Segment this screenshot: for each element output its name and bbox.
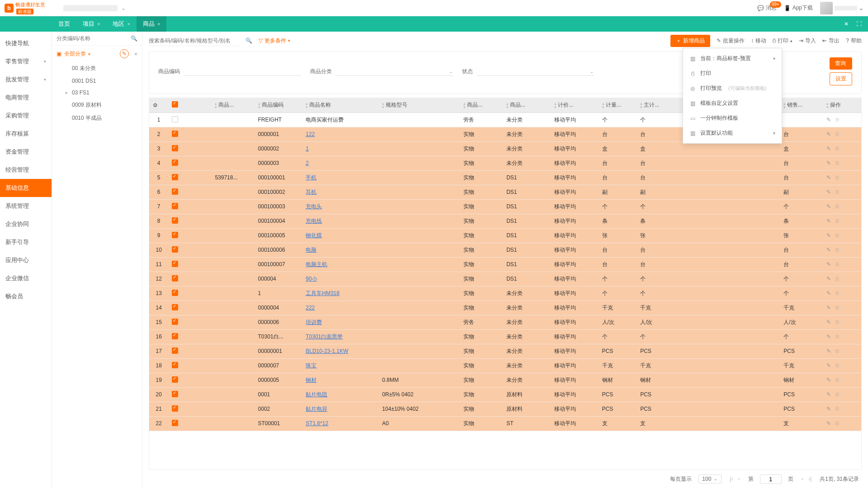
product-name-link[interactable]: BLD10-23-1.1KW (306, 348, 348, 354)
more-filters-toggle[interactable]: ▽ 更多条件 ▾ (259, 37, 290, 45)
search-icon[interactable]: 🔍 (131, 35, 137, 42)
product-name-link[interactable]: 手机 (306, 174, 316, 181)
sidebar-item-系统管理[interactable]: 系统管理 (0, 197, 52, 215)
product-name-link[interactable]: ST1.6*12 (306, 420, 328, 427)
table-row[interactable]: 11000100007电脑主机实物DS1移动平均台台台✎⁝⁝ (149, 257, 861, 272)
row-more-icon[interactable]: ⁝⁝ (835, 319, 839, 325)
row-more-icon[interactable]: ⁝⁝ (835, 117, 839, 123)
table-row[interactable]: 5539718...000100001手机实物DS1移动平均台台台✎⁝⁝ (149, 170, 861, 185)
print-button[interactable]: ⎙打印 ▴ (773, 37, 793, 45)
sidebar-item-新手引导[interactable]: 新手引导 (0, 233, 52, 251)
row-checkbox[interactable] (172, 290, 178, 296)
collapse-panel-icon[interactable]: « (134, 51, 137, 57)
row-checkbox[interactable] (172, 376, 178, 383)
table-row[interactable]: 1200000490小实物DS1移动平均个个个✎⁝⁝ (149, 272, 861, 286)
row-edit-icon[interactable]: ✎ (826, 117, 831, 123)
close-all-tabs-icon[interactable]: ✕ (842, 21, 851, 27)
row-more-icon[interactable]: ⁝⁝ (835, 160, 839, 166)
column-header[interactable] (188, 98, 212, 113)
row-more-icon[interactable]: ⁝⁝ (835, 406, 839, 412)
row-more-icon[interactable]: ⁝⁝ (835, 333, 839, 340)
row-edit-icon[interactable]: ✎ (826, 333, 831, 340)
product-name-link[interactable]: 充电线 (306, 218, 322, 224)
column-header[interactable] (168, 98, 187, 113)
row-edit-icon[interactable]: ✎ (826, 261, 831, 267)
row-edit-icon[interactable]: ✎ (826, 362, 831, 369)
product-name-link[interactable]: 钢材 (306, 377, 316, 383)
filter-status-select[interactable]: ⌄ (476, 67, 594, 76)
row-checkbox[interactable] (172, 174, 178, 180)
row-checkbox[interactable] (172, 232, 178, 238)
product-name-link[interactable]: 电脑主机 (306, 261, 327, 267)
row-more-icon[interactable]: ⁝⁝ (835, 203, 839, 210)
row-checkbox[interactable] (172, 217, 178, 224)
sidebar-item-基础信息[interactable]: 基础信息 (0, 179, 52, 197)
row-checkbox[interactable] (172, 420, 178, 426)
print-menu-item[interactable]: ▭一分钟制作模板 (683, 111, 782, 126)
sidebar-item-应用中心[interactable]: 应用中心 (0, 251, 52, 269)
product-name-link[interactable]: 90小 (306, 276, 317, 282)
product-name-link[interactable]: 2 (306, 160, 309, 166)
row-edit-icon[interactable]: ✎ (826, 174, 831, 181)
row-more-icon[interactable]: ⁝⁝ (835, 290, 839, 296)
row-edit-icon[interactable]: ✎ (826, 290, 831, 296)
edit-category-button[interactable]: ✎ (120, 49, 129, 58)
sidebar-item-库存核算[interactable]: 库存核算 (0, 125, 52, 143)
page-input[interactable] (764, 476, 778, 483)
first-page-button[interactable]: |‹ (728, 476, 735, 482)
user-menu[interactable]: ⌄ (820, 2, 863, 14)
product-name-link[interactable]: 电脑 (306, 247, 316, 253)
table-row[interactable]: 1700000001BLD10-23-1.1KW实物未分类移动平均PCSPCSP… (149, 344, 861, 358)
gear-icon[interactable]: ⚙ (153, 102, 158, 108)
row-edit-icon[interactable]: ✎ (826, 247, 831, 253)
product-name-link[interactable]: 222 (306, 305, 315, 311)
tab-地区[interactable]: 地区× (106, 16, 136, 32)
per-page-select[interactable]: 100 ⌄ (698, 474, 722, 483)
tab-项目[interactable]: 项目× (76, 16, 106, 32)
row-edit-icon[interactable]: ✎ (826, 305, 831, 311)
print-current-template[interactable]: ▥ 当前：商品标签-预置 ▾ (683, 51, 782, 66)
row-checkbox[interactable] (172, 347, 178, 354)
column-header[interactable]: ▴▾规格型号 (378, 98, 460, 113)
product-name-link[interactable]: 钢化膜 (306, 232, 322, 239)
column-header[interactable]: ⚙ (149, 98, 168, 113)
company-selector[interactable]: ⌄ (63, 5, 126, 11)
category-item[interactable]: 0009 原材料 (57, 99, 142, 112)
category-item[interactable]: 0010 半成品 (57, 112, 142, 125)
column-header[interactable]: ▴▾计价... (551, 98, 599, 113)
row-edit-icon[interactable]: ✎ (826, 406, 831, 412)
row-edit-icon[interactable]: ✎ (826, 319, 831, 325)
row-checkbox[interactable] (172, 131, 178, 137)
query-button[interactable]: 查询 (830, 57, 852, 70)
row-more-icon[interactable]: ⁝⁝ (835, 247, 839, 253)
product-name-link[interactable]: 珠宝 (306, 362, 316, 369)
messages-button[interactable]: 💬 消息 99+ (757, 4, 777, 12)
row-edit-icon[interactable]: ✎ (826, 131, 831, 137)
row-edit-icon[interactable]: ✎ (826, 203, 831, 210)
table-row[interactable]: 210002贴片电容104±10% 0402实物原材料移动平均PCSPCSPCS… (149, 402, 861, 416)
product-name-link[interactable]: 122 (306, 131, 315, 137)
row-more-icon[interactable]: ⁝⁝ (835, 131, 839, 137)
table-row[interactable]: 140000004222实物未分类移动平均千克千克千克✎⁝⁝ (149, 300, 861, 315)
row-checkbox[interactable] (172, 203, 178, 209)
product-name-link[interactable]: 贴片电容 (306, 406, 327, 412)
column-header[interactable]: ▴▾商品... (460, 98, 503, 113)
table-row[interactable]: 180000007珠宝实物未分类移动平均千克千克千克✎⁝⁝ (149, 358, 861, 373)
row-checkbox[interactable] (172, 275, 178, 282)
table-row[interactable]: 16T0301白...T0301白面黑带实物未分类移动平均个个个✎⁝⁝ (149, 329, 861, 344)
row-checkbox[interactable] (172, 304, 178, 310)
column-header[interactable]: ▴▾销售... (780, 98, 823, 113)
row-edit-icon[interactable]: ✎ (826, 377, 831, 383)
table-row[interactable]: 150000006培训费劳务未分类移动平均人/次人/次人/次✎⁝⁝ (149, 315, 861, 329)
print-menu-item[interactable]: ◎打印预览(可编辑当前模板) (683, 81, 782, 96)
row-more-icon[interactable]: ⁝⁝ (835, 420, 839, 427)
tab-close-icon[interactable]: × (127, 21, 130, 27)
column-header[interactable]: ▴▾主计... (637, 98, 684, 113)
row-more-icon[interactable]: ⁝⁝ (835, 377, 839, 383)
move-button[interactable]: ↕移动 (751, 37, 766, 45)
app-download-button[interactable]: 📱 App下载 (784, 4, 813, 12)
row-more-icon[interactable]: ⁝⁝ (835, 276, 839, 282)
row-edit-icon[interactable]: ✎ (826, 218, 831, 224)
row-checkbox[interactable] (172, 405, 178, 412)
product-name-link[interactable]: 1 (306, 145, 309, 152)
